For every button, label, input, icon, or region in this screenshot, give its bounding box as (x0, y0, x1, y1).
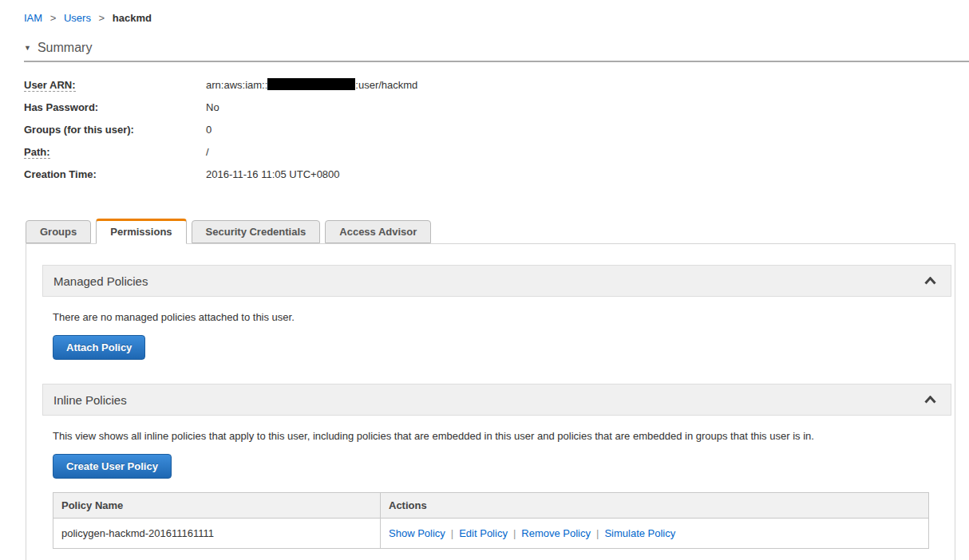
tab-security-credentials[interactable]: Security Credentials (192, 220, 321, 243)
collapse-triangle-icon[interactable]: ▼ (24, 44, 31, 52)
tab-groups[interactable]: Groups (26, 220, 91, 243)
breadcrumb-separator: > (99, 12, 105, 24)
attach-policy-button[interactable]: Attach Policy (53, 335, 145, 360)
field-value-has-password: No (206, 101, 220, 113)
breadcrumb-link-iam[interactable]: IAM (24, 12, 42, 24)
inline-policies-body: This view shows all inline policies that… (53, 429, 929, 549)
summary-divider (24, 61, 969, 62)
field-value-creation-time: 2016-11-16 11:05 UTC+0800 (206, 168, 340, 180)
action-separator: | (596, 527, 599, 539)
edit-policy-link[interactable]: Edit Policy (459, 527, 508, 539)
inline-policies-title: Inline Policies (53, 393, 127, 407)
table-row: policygen-hackmd-201611161111 Show Polic… (53, 519, 929, 549)
breadcrumb-separator: > (50, 12, 57, 24)
inline-policies-table: Policy Name Actions policygen-hackmd-201… (53, 492, 929, 549)
section-gap (42, 360, 951, 384)
inline-policies-header[interactable]: Inline Policies (42, 384, 951, 416)
show-policy-link[interactable]: Show Policy (389, 527, 445, 539)
chevron-up-icon[interactable] (921, 392, 939, 407)
summary-header: ▼Summary (24, 41, 969, 55)
field-value-user-arn: arn:aws:iam:::user/hackmd (206, 78, 417, 91)
managed-policies-title: Managed Policies (53, 274, 148, 288)
field-row-creation-time: Creation Time: 2016-11-16 11:05 UTC+0800 (24, 163, 969, 185)
managed-policies-body: There are no managed policies attached t… (53, 310, 929, 360)
field-label-user-arn: User ARN: (24, 79, 76, 92)
arn-prefix: arn:aws:iam:: (206, 79, 267, 91)
summary-title: Summary (38, 41, 92, 54)
permissions-tab-panel: Managed Policies There are no managed po… (26, 243, 955, 560)
managed-policies-header[interactable]: Managed Policies (42, 265, 951, 297)
tab-access-advisor[interactable]: Access Advisor (325, 220, 431, 243)
chevron-up-icon[interactable] (921, 274, 939, 288)
tab-permissions[interactable]: Permissions (96, 219, 186, 244)
breadcrumb-link-users[interactable]: Users (64, 12, 91, 24)
column-header-policy-name: Policy Name (53, 493, 381, 519)
field-value-groups: 0 (206, 124, 212, 136)
breadcrumb: IAM > Users > hackmd (0, 0, 969, 24)
table-header-row: Policy Name Actions (53, 493, 929, 519)
column-header-actions: Actions (381, 493, 929, 519)
field-label-has-password: Has Password: (24, 101, 98, 113)
arn-suffix: :user/hackmd (355, 79, 417, 91)
inline-policies-description: This view shows all inline policies that… (53, 429, 929, 444)
breadcrumb-current-user: hackmd (113, 12, 152, 24)
field-label-creation-time: Creation Time: (24, 168, 97, 180)
tab-bar: Groups Permissions Security Credentials … (26, 219, 969, 243)
field-row-has-password: Has Password: No (24, 96, 969, 118)
redacted-account-id (267, 78, 355, 90)
field-label-groups: Groups (for this user): (24, 124, 134, 136)
field-row-path: Path: / (24, 140, 969, 163)
field-value-path: / (206, 146, 209, 158)
simulate-policy-link[interactable]: Simulate Policy (604, 527, 675, 539)
create-user-policy-button[interactable]: Create User Policy (53, 454, 172, 479)
policy-name-cell: policygen-hackmd-201611161111 (53, 519, 381, 549)
managed-policies-empty-message: There are no managed policies attached t… (53, 310, 929, 325)
iam-user-page: IAM > Users > hackmd ▼Summary User ARN: … (0, 0, 969, 560)
action-separator: | (451, 527, 453, 539)
remove-policy-link[interactable]: Remove Policy (521, 527, 591, 539)
field-row-user-arn: User ARN: arn:aws:iam:::user/hackmd (24, 73, 969, 96)
field-label-path: Path: (24, 146, 50, 159)
summary-fields: User ARN: arn:aws:iam:::user/hackmd Has … (24, 73, 969, 185)
field-row-groups: Groups (for this user): 0 (24, 118, 969, 140)
policy-actions-cell: Show Policy|Edit Policy|Remove Policy|Si… (381, 519, 929, 549)
action-separator: | (513, 527, 516, 539)
